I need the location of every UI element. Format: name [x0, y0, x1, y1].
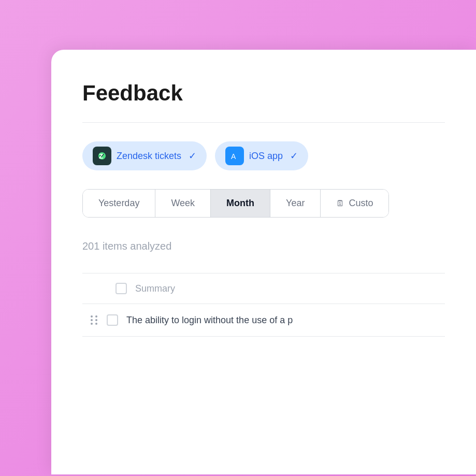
summary-row: Summary — [82, 273, 445, 304]
items-analyzed-count: 201 items analyzed — [82, 240, 445, 252]
custom-tab-label: Custo — [349, 198, 373, 209]
title-divider — [82, 122, 445, 123]
summary-checkbox[interactable] — [116, 283, 127, 294]
zendesk-icon: Z — [93, 147, 111, 165]
zendesk-check: ✓ — [189, 150, 196, 162]
tab-week[interactable]: Week — [155, 190, 211, 217]
drag-dot — [91, 319, 93, 321]
source-buttons-container: Z Zendesk tickets ✓ A iOS app ✓ — [82, 141, 445, 170]
item-text: The ability to login without the use of … — [126, 315, 437, 326]
drag-handle-icon[interactable] — [91, 315, 98, 325]
tab-month[interactable]: Month — [211, 190, 270, 217]
ios-check: ✓ — [290, 150, 298, 162]
svg-text:Z: Z — [99, 152, 103, 160]
svg-text:A: A — [231, 152, 236, 161]
drag-dots — [91, 315, 98, 325]
calendar-icon: 🗓 — [336, 199, 344, 208]
drag-dot — [95, 315, 97, 318]
feedback-list: Summary The ability to login without the… — [82, 273, 445, 337]
drag-dot — [91, 315, 93, 318]
drag-dot — [95, 319, 97, 321]
tab-custom[interactable]: 🗓 Custo — [321, 190, 388, 217]
ios-label: iOS app — [249, 151, 283, 162]
main-card: Feedback Z Zendesk tickets ✓ A — [51, 50, 476, 474]
page-title: Feedback — [82, 81, 445, 106]
tab-year[interactable]: Year — [270, 190, 321, 217]
item-checkbox[interactable] — [107, 314, 118, 326]
zendesk-source-button[interactable]: Z Zendesk tickets ✓ — [82, 141, 207, 170]
ios-icon: A — [225, 147, 244, 165]
drag-dot — [91, 323, 93, 325]
time-tabs-container: Yesterday Week Month Year 🗓 Custo — [82, 189, 389, 218]
table-row: The ability to login without the use of … — [82, 304, 445, 337]
ios-source-button[interactable]: A iOS app ✓ — [215, 141, 308, 170]
zendesk-label: Zendesk tickets — [117, 151, 181, 162]
drag-dot — [95, 323, 97, 325]
summary-label: Summary — [135, 283, 175, 294]
tab-yesterday[interactable]: Yesterday — [83, 190, 155, 217]
